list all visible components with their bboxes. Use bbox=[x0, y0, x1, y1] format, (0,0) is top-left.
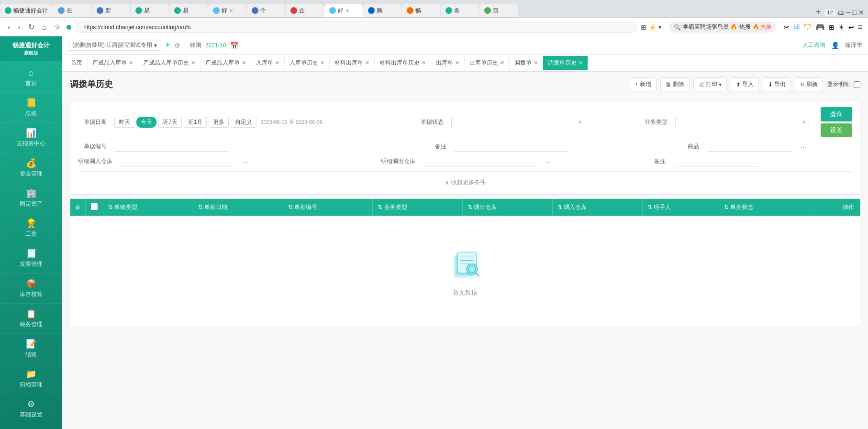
today-btn[interactable]: 今天 bbox=[136, 117, 156, 128]
print-button[interactable]: 🖨 打印 ▾ bbox=[693, 77, 727, 91]
sidebar-item-资金管理[interactable]: 💰资金管理 bbox=[0, 153, 62, 183]
export-button[interactable]: ⬇ 导出 bbox=[763, 77, 791, 91]
page-tab-10[interactable]: 调拨单✕ bbox=[510, 56, 543, 70]
action-col-header: 操作 bbox=[809, 199, 860, 216]
sidebar-item-基础设置[interactable]: ⚙基础设置 bbox=[0, 394, 62, 424]
sidebar-items: ⌂首页📒总账📊云报表中心💰资金管理🏢固定资产👷工资🧾发票管理📦库存核算📋税务管理… bbox=[0, 63, 62, 429]
dropdown-arrow[interactable]: ▾ bbox=[658, 24, 661, 31]
sidebar-item-云报表中心[interactable]: 📊云报表中心 bbox=[0, 123, 62, 153]
calendar-icon[interactable]: 📅 bbox=[230, 42, 238, 49]
sidebar-item-库存核算[interactable]: 📦库存核算 bbox=[0, 274, 62, 304]
custom-btn[interactable]: 自定义 bbox=[231, 117, 256, 128]
month-btn[interactable]: 近1月 bbox=[184, 117, 207, 128]
browser-tab-6[interactable]: 个 bbox=[247, 4, 285, 17]
collapse-button[interactable]: ∧ 收起更多条件 bbox=[443, 176, 488, 188]
sidebar-item-总账[interactable]: 📒总账 bbox=[0, 93, 62, 123]
page-tab-9[interactable]: 出库单历史✕ bbox=[465, 56, 510, 70]
sidebar-item-税务管理[interactable]: 📋税务管理 bbox=[0, 304, 62, 334]
filter-settings-button[interactable]: 设置 bbox=[821, 123, 852, 137]
browser-tab-11[interactable]: 各 bbox=[441, 4, 479, 17]
page-tab-11[interactable]: 调拨单历史✕ bbox=[543, 56, 588, 70]
biz-type-select[interactable] bbox=[675, 117, 809, 127]
import-button[interactable]: ⬆ 导入 bbox=[731, 77, 759, 91]
page-tab-close-10[interactable]: ✕ bbox=[534, 60, 538, 66]
table-settings-icon[interactable]: ⚙ bbox=[75, 204, 80, 211]
page-tab-5[interactable]: 入库单历史✕ bbox=[285, 56, 330, 70]
page-tab-close-6[interactable]: ✕ bbox=[365, 60, 369, 66]
page-tab-close-7[interactable]: ✕ bbox=[422, 60, 426, 66]
sidebar-item-结账[interactable]: 📝结账 bbox=[0, 334, 62, 364]
browser-tab-10[interactable]: 畅 bbox=[402, 4, 440, 17]
settings-company-button[interactable]: ⚙ bbox=[174, 42, 180, 49]
out-warehouse-more-icon[interactable]: ··· bbox=[545, 158, 551, 165]
show-detail-checkbox[interactable] bbox=[854, 81, 860, 88]
page-tab-3[interactable]: 产成品入库单✕ bbox=[200, 56, 251, 70]
browser-tab-0[interactable]: 畅捷通好会计 bbox=[0, 4, 53, 17]
browser-tab-5[interactable]: 好✕ bbox=[208, 4, 246, 17]
sidebar-item-固定资产[interactable]: 🏢固定资产 bbox=[0, 183, 62, 213]
page-tab-close-3[interactable]: ✕ bbox=[242, 60, 246, 66]
period-value[interactable]: 2021-10 bbox=[205, 42, 226, 49]
service-label[interactable]: 人工咨询 bbox=[802, 41, 825, 49]
browser-tab-1[interactable]: 在 bbox=[53, 4, 91, 17]
page-tab-6[interactable]: 材料出库单✕ bbox=[330, 56, 375, 70]
browser-tab-2[interactable]: 新 bbox=[92, 4, 130, 17]
new-record-button[interactable]: + 新增 bbox=[630, 77, 657, 91]
sidebar-item-新手引导[interactable]: 📖新手引导 bbox=[0, 424, 62, 429]
browser-tab-12[interactable]: 目 bbox=[479, 4, 518, 17]
add-company-button[interactable]: + bbox=[165, 40, 170, 50]
sidebar-item-首页[interactable]: ⌂首页 bbox=[0, 63, 62, 93]
out-warehouse-input[interactable] bbox=[423, 156, 538, 166]
forward-button[interactable]: › bbox=[16, 22, 22, 33]
query-button[interactable]: 查询 bbox=[821, 107, 852, 121]
page-tab-close-8[interactable]: ✕ bbox=[455, 60, 459, 66]
company-selector[interactable]: (勿删勿禁用) 江西服宝测试专用 ▾ bbox=[68, 40, 161, 51]
extra-remark-input[interactable] bbox=[673, 156, 759, 166]
browser-tab-7[interactable]: 企 bbox=[286, 4, 324, 17]
in-warehouse-input[interactable] bbox=[120, 156, 235, 166]
close-window-button[interactable]: ✕ bbox=[858, 9, 864, 16]
in-warehouse-more-icon[interactable]: ··· bbox=[243, 158, 248, 165]
page-tab-7[interactable]: 材料出库单历史✕ bbox=[375, 56, 431, 70]
page-tab-close-11[interactable]: ✕ bbox=[579, 60, 583, 66]
refresh-button[interactable]: ↻ 刷新 bbox=[795, 77, 823, 91]
page-tab-close-9[interactable]: ✕ bbox=[500, 60, 504, 66]
goods-more-icon[interactable]: ··· bbox=[801, 143, 806, 151]
page-tab-0[interactable]: 首页 bbox=[66, 56, 88, 70]
bookmark-button[interactable]: ☆ bbox=[52, 22, 63, 33]
search-box[interactable]: 🔍 学霸应聘场驱鸟员 🔥 热搜 🔥 热搜 bbox=[669, 22, 776, 33]
new-tab-button[interactable]: + bbox=[814, 7, 823, 17]
maximize-button[interactable]: □ bbox=[853, 9, 857, 16]
goods-input[interactable] bbox=[707, 142, 793, 152]
browser-tab-8[interactable]: 好✕ bbox=[324, 4, 363, 17]
page-tab-8[interactable]: 出库单✕ bbox=[431, 56, 465, 70]
page-tab-close-4[interactable]: ✕ bbox=[275, 60, 279, 66]
sidebar-item-工资[interactable]: 👷工资 bbox=[0, 213, 62, 243]
browser-tab-3[interactable]: 易 bbox=[131, 4, 169, 17]
sidebar-item-归档管理[interactable]: 📁归档管理 bbox=[0, 364, 62, 394]
remark-input[interactable] bbox=[454, 142, 569, 152]
sidebar-item-发票管理[interactable]: 🧾发票管理 bbox=[0, 243, 62, 274]
week-btn[interactable]: 近7天 bbox=[158, 117, 182, 128]
browser-tab-4[interactable]: 易 bbox=[169, 4, 208, 17]
page-tab-2[interactable]: 产成品入库单历史✕ bbox=[138, 56, 200, 70]
address-input[interactable] bbox=[76, 22, 637, 33]
page-tab-1[interactable]: 产成品入库单✕ bbox=[88, 56, 138, 70]
delete-button[interactable]: 🗑 删除 bbox=[660, 77, 690, 91]
minimize-button[interactable]: ─ bbox=[846, 9, 851, 16]
yesterday-btn[interactable]: 昨天 bbox=[114, 117, 134, 128]
status-select[interactable] bbox=[451, 117, 585, 127]
refresh-browser-button[interactable]: ↻ bbox=[26, 22, 36, 33]
back-button[interactable]: ‹ bbox=[6, 22, 12, 33]
page-tab-label-4: 入库单 bbox=[256, 59, 273, 67]
page-tab-4[interactable]: 入库单✕ bbox=[251, 56, 285, 70]
page-tab-close-2[interactable]: ✕ bbox=[191, 60, 195, 66]
home-button[interactable]: ⌂ bbox=[40, 22, 49, 33]
select-all-checkbox[interactable] bbox=[90, 203, 98, 210]
menu-icon[interactable]: ≡ bbox=[858, 23, 862, 32]
number-input[interactable] bbox=[114, 142, 229, 152]
page-tab-close-5[interactable]: ✕ bbox=[320, 60, 324, 66]
browser-tab-9[interactable]: 腾 bbox=[363, 4, 401, 17]
more-btn[interactable]: 更多 bbox=[209, 117, 229, 128]
page-tab-close-1[interactable]: ✕ bbox=[129, 60, 133, 66]
